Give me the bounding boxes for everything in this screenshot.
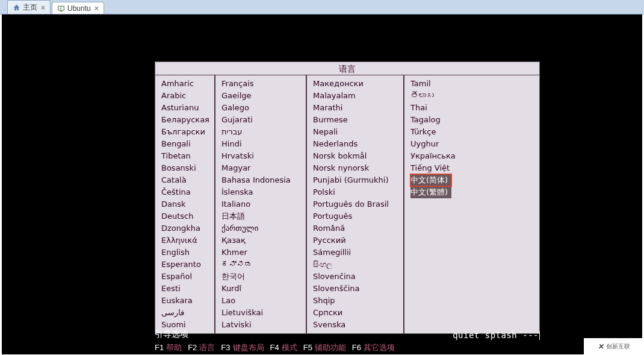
language-option[interactable]: Slovenščina xyxy=(313,283,403,295)
watermark-text: 创新互联 xyxy=(606,342,630,351)
language-option[interactable]: Thai xyxy=(410,102,471,114)
language-option[interactable]: Eesti xyxy=(161,283,214,295)
language-option[interactable]: Kurdî xyxy=(221,283,306,295)
tab-ubuntu[interactable]: Ubuntu × xyxy=(52,2,104,14)
language-option[interactable]: Polski xyxy=(313,186,403,198)
language-option[interactable]: Malayalam xyxy=(313,90,403,102)
language-option[interactable]: Tagalog xyxy=(410,114,471,126)
language-option[interactable]: 日本語 xyxy=(221,210,306,222)
language-option[interactable]: 中文(简体) xyxy=(410,174,451,186)
language-option[interactable]: Italiano xyxy=(221,198,306,210)
language-option[interactable]: Nederlands xyxy=(313,138,403,150)
language-option[interactable]: Marathi xyxy=(313,102,403,114)
fkey-code: F1 xyxy=(155,343,164,352)
language-option[interactable]: Íslenska xyxy=(221,186,306,198)
language-option[interactable]: Türkçe xyxy=(410,126,471,138)
language-option[interactable]: Українська xyxy=(410,150,471,162)
language-option[interactable]: עברית xyxy=(221,126,306,138)
language-option[interactable]: Dzongkha xyxy=(161,222,214,234)
language-option[interactable]: Esperanto xyxy=(161,259,214,271)
language-option[interactable]: Punjabi (Gurmukhi) xyxy=(313,174,403,186)
language-option[interactable]: Khmer xyxy=(221,247,306,259)
language-option[interactable]: Norsk nynorsk xyxy=(313,162,403,174)
language-option[interactable]: Қазақ xyxy=(221,234,306,247)
language-option[interactable]: 한국어 xyxy=(221,271,306,283)
language-option[interactable]: فارسی xyxy=(161,307,214,319)
language-option[interactable]: Uyghur xyxy=(410,138,471,150)
language-option[interactable]: Gaeilge xyxy=(221,90,306,102)
svg-rect-1 xyxy=(60,10,62,11)
fkey-hint[interactable]: F3键盘布局 xyxy=(221,343,264,352)
language-columns: AmharicArabicAsturianuБеларускаяБългарск… xyxy=(155,75,539,333)
language-option[interactable]: Dansk xyxy=(161,198,214,210)
language-option[interactable]: Català xyxy=(161,174,214,186)
language-option[interactable]: ಕನ್ನಡ xyxy=(221,259,306,271)
language-selector-panel: 语言 AmharicArabicAsturianuБеларускаяБълга… xyxy=(155,61,540,334)
fkey-label: 辅助功能 xyxy=(315,343,346,352)
fkey-code: F3 xyxy=(221,343,230,352)
language-option[interactable]: Беларуская xyxy=(161,114,214,126)
language-option[interactable]: Bosanski xyxy=(161,162,214,174)
fkey-label: 帮助 xyxy=(166,343,182,352)
language-option[interactable]: Deutsch xyxy=(161,210,214,222)
language-option[interactable]: Română xyxy=(313,222,403,234)
language-option[interactable]: Arabic xyxy=(161,90,214,102)
language-option[interactable]: Burmese xyxy=(313,114,403,126)
watermark-logo: ✕ xyxy=(598,342,604,351)
fkey-hint[interactable]: F4模式 xyxy=(270,343,297,352)
language-option[interactable]: Српски xyxy=(313,307,403,319)
vm-display[interactable]: 语言 AmharicArabicAsturianuБеларускаяБълга… xyxy=(2,14,642,354)
fkey-hint[interactable]: F2语言 xyxy=(188,343,215,352)
language-option[interactable]: Čeština xyxy=(161,186,214,198)
language-option[interactable]: ქართული xyxy=(221,222,306,234)
language-option[interactable]: Português do Brasil xyxy=(313,198,403,210)
fkey-code: F2 xyxy=(188,343,197,352)
fkey-label: 其它选项 xyxy=(364,343,395,352)
close-icon[interactable]: × xyxy=(94,4,99,13)
language-option[interactable]: Shqip xyxy=(313,295,403,307)
language-option[interactable]: Bengali xyxy=(161,138,214,150)
language-option[interactable]: Amharic xyxy=(161,78,214,90)
language-option[interactable]: Lietuviškai xyxy=(221,307,306,319)
language-option[interactable]: Français xyxy=(221,78,306,90)
fkey-hint[interactable]: F1帮助 xyxy=(155,343,182,352)
language-option[interactable]: Euskara xyxy=(161,295,214,307)
close-icon[interactable]: × xyxy=(41,4,45,12)
language-option[interactable]: Македонски xyxy=(313,78,403,90)
fkey-label: 键盘布局 xyxy=(233,343,264,352)
language-option[interactable]: Tamil xyxy=(410,78,471,90)
language-option[interactable]: සිංහල xyxy=(313,259,403,271)
language-option[interactable]: Galego xyxy=(221,102,306,114)
language-option[interactable]: Nepali xyxy=(313,126,403,138)
language-option[interactable]: Svenska xyxy=(313,319,403,331)
language-option[interactable]: Español xyxy=(161,271,214,283)
language-option[interactable]: Slovenčina xyxy=(313,271,403,283)
fkey-hint[interactable]: F6其它选项 xyxy=(352,343,395,352)
language-option[interactable]: Magyar xyxy=(221,162,306,174)
language-option[interactable]: Tibetan xyxy=(161,150,214,162)
language-option[interactable]: Tiếng Việt xyxy=(410,162,471,174)
fkey-hint[interactable]: F5辅助功能 xyxy=(303,343,346,352)
language-column: МакедонскиMalayalamMarathiBurmeseNepaliN… xyxy=(307,75,404,333)
language-option[interactable]: Lao xyxy=(221,295,306,307)
language-option[interactable]: Asturianu xyxy=(161,102,214,114)
language-option[interactable]: Latviski xyxy=(221,319,306,331)
language-option[interactable]: Български xyxy=(161,126,214,138)
language-option[interactable]: Português xyxy=(313,210,403,222)
language-option[interactable]: Русский xyxy=(313,234,403,247)
language-option[interactable]: Sámegillii xyxy=(313,247,403,259)
boot-option-value[interactable]: quiet splash --- xyxy=(453,330,540,340)
language-option[interactable]: Bahasa Indonesia xyxy=(221,174,306,186)
language-column: AmharicArabicAsturianuБеларускаяБългарск… xyxy=(155,75,215,333)
language-option[interactable]: Ελληνικά xyxy=(161,234,214,247)
fkey-hints: F1帮助F2语言F3键盘布局F4模式F5辅助功能F6其它选项 xyxy=(155,342,401,353)
language-option[interactable]: English xyxy=(161,247,214,259)
language-option[interactable]: Hrvatski xyxy=(221,150,306,162)
tab-home[interactable]: 主页 × xyxy=(7,0,51,14)
language-option[interactable]: తెలుగు xyxy=(410,90,471,102)
language-option[interactable]: Norsk bokmål xyxy=(313,150,403,162)
language-option[interactable]: 中文(繁體) xyxy=(410,186,451,198)
language-option[interactable]: Gujarati xyxy=(221,114,306,126)
home-icon xyxy=(13,4,20,11)
language-option[interactable]: Hindi xyxy=(221,138,306,150)
